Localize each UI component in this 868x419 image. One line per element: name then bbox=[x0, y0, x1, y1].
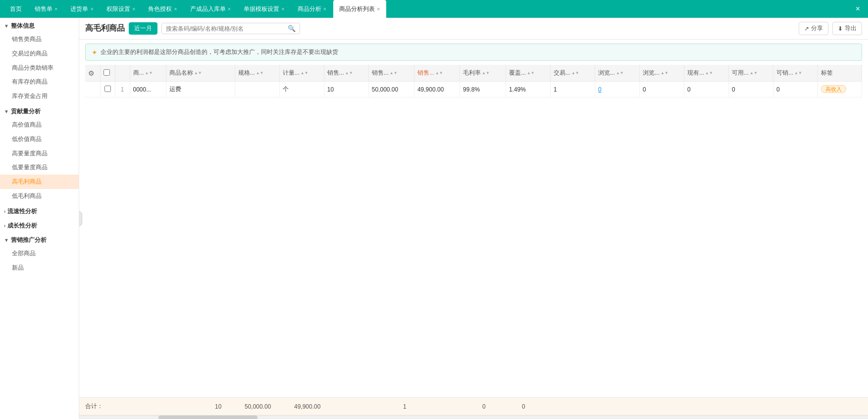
sidebar-item-high-freq[interactable]: 高要量度商品 bbox=[0, 146, 79, 161]
sidebar-collapse-button[interactable]: « bbox=[79, 211, 82, 227]
arrow-flow: › bbox=[4, 209, 5, 214]
tag-badge: 高收入 bbox=[821, 85, 846, 93]
sidebar-item-low-margin[interactable]: 低毛利商品 bbox=[0, 189, 79, 203]
sidebar-item-all-goods[interactable]: 全部商品 bbox=[0, 246, 79, 261]
cell-checkbox bbox=[100, 82, 115, 97]
export-button[interactable]: ⬇ 导出 bbox=[832, 22, 862, 35]
export-icon: ⬇ bbox=[838, 25, 843, 32]
arrow-wealth: ▼ bbox=[4, 109, 9, 114]
close-product-tab[interactable]: × bbox=[228, 6, 231, 12]
tab-permission[interactable]: 权限设置 × bbox=[101, 0, 141, 18]
sidebar-item-analysis-rate[interactable]: 商品分类助销率 bbox=[0, 61, 79, 75]
sidebar-item-high-value[interactable]: 高价值商品 bbox=[0, 118, 79, 132]
scroll-thumb[interactable] bbox=[158, 416, 257, 419]
close-analysis-tab[interactable]: × bbox=[323, 6, 326, 12]
tab-analysis[interactable]: 商品分析 × bbox=[292, 0, 332, 18]
cell-name: 运费 bbox=[166, 82, 235, 97]
cell-margin-rate: 99.8% bbox=[460, 82, 506, 97]
sort-arrows-margin[interactable]: ▲▼ bbox=[482, 71, 490, 75]
tab-role[interactable]: 角色授权 × bbox=[142, 0, 183, 18]
sidebar-group-growth[interactable]: › 成长性分析 bbox=[0, 218, 79, 232]
sort-arrows-name[interactable]: ▲▼ bbox=[194, 71, 202, 75]
browse1-link[interactable]: 0 bbox=[598, 86, 602, 93]
col-saleable-qty: 可销... ▲▼ bbox=[773, 65, 818, 82]
sort-arrows-browse2[interactable]: ▲▼ bbox=[661, 71, 668, 75]
sidebar-item-traded-goods[interactable]: 交易过的商品 bbox=[0, 47, 79, 61]
tab-purchase[interactable]: 进货单 × bbox=[64, 0, 99, 18]
col-trade-count: 交易... ▲▼ bbox=[550, 65, 595, 82]
info-banner: ✦ 企业的主要的利润都是这部分商品创造的，可考虑加大推广，同时关注库存是不要出现… bbox=[85, 44, 862, 61]
sort-arrows-saleable[interactable]: ▲▼ bbox=[794, 71, 802, 75]
select-all-checkbox[interactable] bbox=[103, 69, 110, 76]
content-header: 高毛利商品 近一月 🔍 ↗ 分享 ⬇ 导出 bbox=[79, 18, 868, 40]
header-actions: ↗ 分享 ⬇ 导出 bbox=[799, 22, 862, 35]
sort-arrows-avail[interactable]: ▲▼ bbox=[750, 71, 758, 75]
footer-sales-qty: 10 bbox=[212, 403, 242, 410]
sidebar-item-low-freq[interactable]: 低要量度商品 bbox=[0, 160, 79, 175]
sort-arrows-sales-amount[interactable]: ▲▼ bbox=[390, 71, 398, 75]
sidebar: ▼ 整体信息 销售类商品 交易过的商品 商品分类助销率 有库存的商品 库存资金占… bbox=[0, 18, 79, 419]
sidebar-group-wealth[interactable]: ▼ 贡献量分析 bbox=[0, 103, 79, 118]
sidebar-item-new-goods[interactable]: 新品 bbox=[0, 261, 79, 275]
footer-browse1-spacer bbox=[440, 403, 479, 410]
tab-analysis-list[interactable]: 商品分析列表 × bbox=[333, 0, 386, 18]
sidebar-group-flow[interactable]: › 流速性分析 bbox=[0, 203, 79, 218]
footer-browse2: 0 bbox=[479, 403, 519, 410]
gear-icon[interactable]: ⚙ bbox=[88, 69, 95, 77]
close-all-tabs[interactable]: × bbox=[852, 4, 864, 13]
sidebar-item-sales-goods[interactable]: 销售类商品 bbox=[0, 32, 79, 47]
tab-template[interactable]: 单据模板设置 × bbox=[238, 0, 290, 18]
close-analysis-list-tab[interactable]: × bbox=[377, 6, 380, 12]
horizontal-scrollbar[interactable] bbox=[79, 415, 868, 419]
tab-home[interactable]: 首页 bbox=[4, 0, 28, 18]
sort-arrows-spec[interactable]: ▲▼ bbox=[256, 71, 264, 75]
sidebar-item-stock-ratio[interactable]: 库存资金占用 bbox=[0, 89, 79, 103]
close-purchase-tab[interactable]: × bbox=[90, 6, 93, 12]
tab-sales[interactable]: 销售单 × bbox=[29, 0, 63, 18]
col-browse2: 浏览... ▲▼ bbox=[639, 65, 684, 82]
sidebar-group-marketing[interactable]: ▼ 营销推广分析 bbox=[0, 232, 79, 246]
sidebar-group-overall[interactable]: ▼ 整体信息 bbox=[0, 18, 79, 32]
arrow-marketing: ▼ bbox=[4, 237, 9, 243]
cell-browse2: 0 bbox=[639, 82, 684, 97]
sort-arrows-browse1[interactable]: ▲▼ bbox=[616, 71, 624, 75]
col-spec: 规格... ▲▼ bbox=[235, 65, 279, 82]
footer-margin-spacer bbox=[341, 403, 370, 410]
page-title: 高毛利商品 bbox=[85, 23, 125, 34]
table-container[interactable]: ⚙ 商... ▲▼ bbox=[79, 65, 868, 397]
row-checkbox[interactable] bbox=[104, 86, 111, 92]
sidebar-item-low-value[interactable]: 低价值商品 bbox=[0, 132, 79, 146]
search-input[interactable] bbox=[166, 25, 288, 32]
sidebar-item-stocked-goods[interactable]: 有库存的商品 bbox=[0, 75, 79, 89]
main-layout: ▼ 整体信息 销售类商品 交易过的商品 商品分类助销率 有库存的商品 库存资金占… bbox=[0, 18, 868, 419]
table-body: 1 0000... 运费 个 10 50,000.00 49,900.00 99… bbox=[85, 82, 862, 97]
arrow-overall: ▼ bbox=[4, 23, 9, 29]
footer-cells: 10 50,000.00 49,900.00 1 0 0 bbox=[113, 403, 862, 410]
sort-arrows-coverage[interactable]: ▲▼ bbox=[527, 71, 535, 75]
col-sales-amount: 销售... ▲▼ bbox=[368, 65, 414, 82]
col-check bbox=[100, 65, 115, 82]
col-rownum bbox=[115, 65, 130, 82]
close-sales-tab[interactable]: × bbox=[54, 6, 57, 12]
col-tag: 标签 bbox=[818, 65, 862, 82]
sort-arrows-sales-profit[interactable]: ▲▼ bbox=[435, 71, 443, 75]
sort-arrows-sales-qty[interactable]: ▲▼ bbox=[345, 71, 353, 75]
search-icon[interactable]: 🔍 bbox=[288, 25, 296, 32]
filter-recent-month[interactable]: 近一月 bbox=[129, 22, 157, 35]
sort-arrows-code[interactable]: ▲▼ bbox=[145, 71, 153, 75]
sort-arrows-stock[interactable]: ▲▼ bbox=[705, 71, 713, 75]
footer-bar: 合计： 10 50,000.00 49,900.00 1 0 0 bbox=[79, 397, 868, 415]
close-role-tab[interactable]: × bbox=[174, 6, 177, 12]
search-box: 🔍 bbox=[161, 23, 300, 34]
col-name: 商品名称 ▲▼ bbox=[166, 65, 235, 82]
close-template-tab[interactable]: × bbox=[281, 6, 284, 12]
sidebar-item-high-margin[interactable]: 高毛利商品 bbox=[0, 175, 79, 189]
info-icon: ✦ bbox=[92, 48, 98, 56]
cell-stock-qty: 0 bbox=[684, 82, 729, 97]
sort-arrows-unit[interactable]: ▲▼ bbox=[301, 71, 308, 75]
sort-arrows-trade[interactable]: ▲▼ bbox=[571, 71, 579, 75]
share-button[interactable]: ↗ 分享 bbox=[799, 22, 828, 35]
cell-tag: 高收入 bbox=[818, 82, 862, 97]
close-permission-tab[interactable]: × bbox=[132, 6, 135, 12]
tab-product-in[interactable]: 产成品入库单 × bbox=[184, 0, 237, 18]
